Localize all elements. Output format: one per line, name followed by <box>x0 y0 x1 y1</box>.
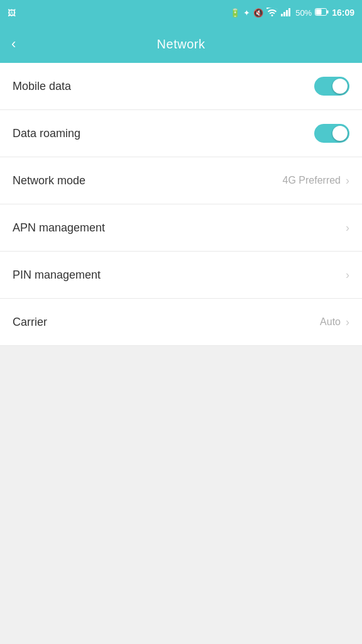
svg-rect-0 <box>281 14 283 16</box>
pin-management-right: › <box>346 269 349 282</box>
bluetooth-icon: ✦ <box>243 8 250 18</box>
battery-percent: 50% <box>295 8 312 18</box>
mobile-data-toggle[interactable] <box>314 77 349 96</box>
back-button[interactable]: ‹ <box>11 36 16 52</box>
wifi-icon <box>266 8 278 18</box>
pin-management-label: PIN management <box>13 269 101 282</box>
mute-icon: 🔇 <box>253 8 263 18</box>
network-mode-right: 4G Preferred › <box>283 174 349 187</box>
network-mode-chevron: › <box>346 174 349 187</box>
background-area <box>0 346 362 644</box>
header: ‹ Network <box>0 25 362 63</box>
svg-rect-2 <box>286 10 288 16</box>
mobile-data-toggle-knob <box>332 79 348 94</box>
battery-status-icon: 🔋 <box>230 8 240 18</box>
mobile-data-row[interactable]: Mobile data <box>0 63 362 110</box>
carrier-chevron: › <box>346 316 349 329</box>
battery-bar-icon <box>315 8 329 18</box>
carrier-value: Auto <box>320 316 341 328</box>
pin-management-chevron: › <box>346 269 349 282</box>
apn-management-label: APN management <box>13 221 105 235</box>
data-roaming-row[interactable]: Data roaming <box>0 110 362 157</box>
status-time: 16:09 <box>332 8 354 18</box>
status-bar-left: 🖼 <box>8 8 16 18</box>
mobile-data-label: Mobile data <box>13 80 71 93</box>
status-bar-right: 🔋 ✦ 🔇 50% 16:09 <box>230 8 354 18</box>
network-mode-value: 4G Preferred <box>283 175 341 186</box>
svg-rect-6 <box>327 10 329 13</box>
svg-rect-1 <box>283 12 285 16</box>
signal-icon <box>281 8 292 18</box>
apn-management-chevron: › <box>346 221 349 235</box>
carrier-row[interactable]: Carrier Auto › <box>0 299 362 346</box>
status-bar: 🖼 🔋 ✦ 🔇 50% 16:09 <box>0 0 362 25</box>
data-roaming-label: Data roaming <box>13 127 80 140</box>
page-title: Network <box>157 37 206 52</box>
image-icon: 🖼 <box>8 8 16 18</box>
mobile-data-right <box>314 77 349 96</box>
carrier-label: Carrier <box>13 316 47 329</box>
network-mode-label: Network mode <box>13 174 85 187</box>
carrier-right: Auto › <box>320 316 349 329</box>
pin-management-row[interactable]: PIN management › <box>0 252 362 299</box>
apn-management-right: › <box>346 221 349 235</box>
network-mode-row[interactable]: Network mode 4G Preferred › <box>0 157 362 204</box>
svg-rect-3 <box>288 8 290 16</box>
data-roaming-right <box>314 124 349 143</box>
settings-content: Mobile data Data roaming Network mode 4G… <box>0 63 362 346</box>
svg-rect-5 <box>316 9 322 14</box>
data-roaming-toggle[interactable] <box>314 124 349 143</box>
data-roaming-toggle-knob <box>332 126 348 141</box>
apn-management-row[interactable]: APN management › <box>0 204 362 252</box>
